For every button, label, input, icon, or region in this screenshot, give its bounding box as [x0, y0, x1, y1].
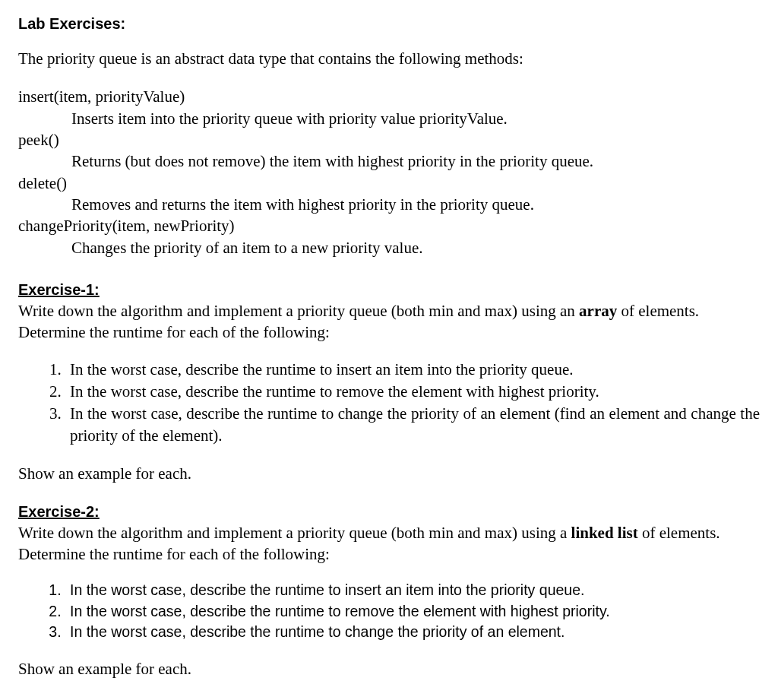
page-title: Lab Exercises: — [18, 14, 760, 34]
def-changepriority-name: changePriority(item, newPriority) — [18, 215, 760, 236]
list-item: In the worst case, describe the runtime … — [65, 601, 760, 621]
list-item: In the worst case, describe the runtime … — [65, 580, 760, 600]
exercise-2-body-bold: linked list — [571, 524, 638, 542]
list-item: In the worst case, describe the runtime … — [65, 622, 760, 641]
def-insert-name: insert(item, priorityValue) — [18, 86, 760, 107]
def-insert-desc: Inserts item into the priority queue wit… — [18, 108, 760, 129]
exercise-1-title: Exercise-1: — [18, 280, 760, 300]
list-item: In the worst case, describe the runtime … — [65, 381, 760, 402]
exercise-2-list: In the worst case, describe the runtime … — [18, 580, 760, 641]
exercise-1-body-bold: array — [579, 302, 617, 320]
exercise-1-closing: Show an example for each. — [18, 463, 760, 484]
exercise-1-body-pre: Write down the algorithm and implement a… — [18, 302, 579, 320]
def-delete-desc: Removes and returns the item with highes… — [18, 194, 760, 215]
exercise-2-title: Exercise-2: — [18, 502, 760, 522]
exercise-2-body-pre: Write down the algorithm and implement a… — [18, 524, 571, 542]
def-changepriority-desc: Changes the priority of an item to a new… — [18, 237, 760, 258]
exercise-2-closing: Show an example for each. — [18, 658, 760, 679]
list-item: In the worst case, describe the runtime … — [65, 403, 760, 446]
exercise-1-list: In the worst case, describe the runtime … — [18, 359, 760, 446]
def-peek-desc: Returns (but does not remove) the item w… — [18, 150, 760, 172]
intro-text: The priority queue is an abstract data t… — [18, 48, 760, 69]
list-item: In the worst case, describe the runtime … — [65, 359, 760, 380]
exercise-1-body: Write down the algorithm and implement a… — [18, 300, 760, 344]
def-delete-name: delete() — [18, 173, 760, 194]
def-peek-name: peek() — [18, 129, 760, 150]
method-definitions: insert(item, priorityValue) Inserts item… — [18, 86, 760, 258]
exercise-2-body: Write down the algorithm and implement a… — [18, 522, 760, 565]
